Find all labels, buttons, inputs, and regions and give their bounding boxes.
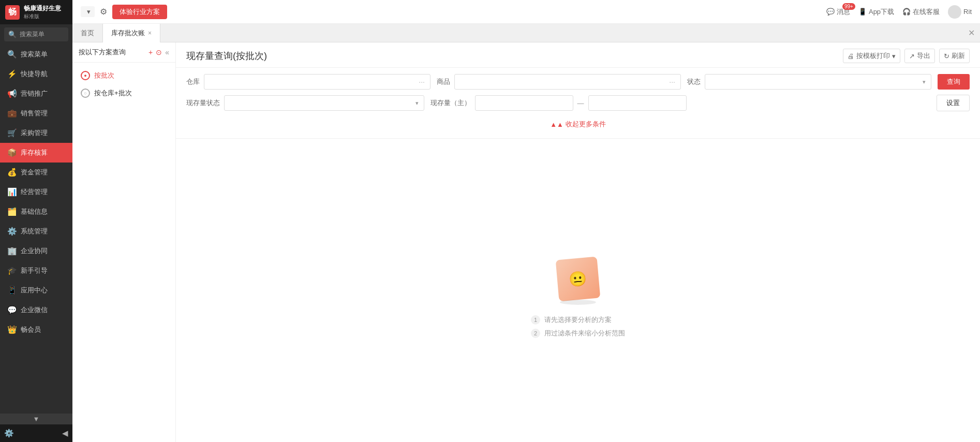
- sidebar-item-label-newbie: 新手引导: [21, 266, 48, 275]
- sidebar-item-basic[interactable]: 🗂️基础信息: [0, 202, 72, 222]
- product-dots[interactable]: ···: [669, 78, 675, 86]
- empty-state: 😐 1请先选择要分析的方案2用过滤条件来缩小分析范围: [176, 139, 980, 442]
- marketing-icon: 📢: [7, 89, 17, 98]
- online-service-label: 在线客服: [913, 7, 940, 17]
- empty-tip: 2用过滤条件来缩小分析范围: [531, 329, 625, 338]
- sidebar-item-enterprise[interactable]: 🏢企业协同: [0, 241, 72, 261]
- tab-home[interactable]: 首页: [72, 24, 103, 42]
- sidebar-item-label-wechat: 企业微信: [21, 305, 48, 315]
- topbar-dropdown[interactable]: ▾: [81, 6, 95, 17]
- sidebar-item-marketing[interactable]: 📢营销推广: [0, 84, 72, 104]
- page-title: 现存量查询(按批次): [186, 50, 267, 62]
- scheme-item-by-batch[interactable]: ● 按批次: [72, 67, 175, 84]
- settings-button[interactable]: 设置: [937, 95, 970, 111]
- app-title-area: 畅康通好生意 标准版: [24, 4, 61, 20]
- collapse-filter-btn[interactable]: ▲▲ 收起更多条件: [186, 116, 970, 132]
- left-panel-actions: + ⊙ «: [149, 48, 169, 56]
- sidebar-item-label-search: 搜索菜单: [21, 50, 48, 59]
- tip-num: 2: [531, 329, 540, 338]
- inventory-status-label: 现存量状态: [186, 98, 220, 108]
- product-label: 商品: [437, 77, 450, 86]
- topbar-settings-icon[interactable]: ⚙: [100, 7, 107, 17]
- add-scheme-btn[interactable]: +: [149, 48, 153, 56]
- trial-button[interactable]: 体验行业方案: [112, 5, 167, 19]
- empty-tips: 1请先选择要分析的方案2用过滤条件来缩小分析范围: [531, 315, 625, 338]
- sales-icon: 💼: [7, 109, 17, 118]
- inventory-status-select[interactable]: ▾: [224, 95, 424, 111]
- warehouse-dots[interactable]: ···: [419, 78, 425, 86]
- user-menu[interactable]: Rit: [948, 5, 972, 19]
- footer-collapse-icon[interactable]: ◀: [62, 429, 68, 438]
- sidebar-item-member[interactable]: 👑畅会员: [0, 320, 72, 340]
- topbar: ▾ ⚙ 体验行业方案 💬 消息 99+ 📱 App下载 🎧 在线客服 Rit: [72, 0, 980, 24]
- tab-batch-inventory[interactable]: 库存批次账 ×: [103, 24, 160, 42]
- sidebar-item-purchase[interactable]: 🛒采购管理: [0, 123, 72, 143]
- tab-close-icon[interactable]: ×: [148, 30, 152, 37]
- quantity-min-input[interactable]: [475, 95, 573, 111]
- sidebar-item-inventory[interactable]: 📦库存核算: [0, 143, 72, 163]
- scheme-label-batch: 按批次: [94, 71, 114, 80]
- page-header: 现存量查询(按批次) 🖨 按模板打印 ▾ ↗ 导出 ↻ 刷新: [176, 42, 980, 68]
- sidebar-item-appstore[interactable]: 📱应用中心: [0, 281, 72, 300]
- sidebar-item-label-operations: 经营管理: [21, 187, 48, 197]
- messages-btn[interactable]: 💬 消息 99+: [826, 7, 850, 17]
- close-panel-btn[interactable]: ✕: [963, 28, 980, 38]
- sidebar-item-sales[interactable]: 💼销售管理: [0, 104, 72, 123]
- collapse-left-btn[interactable]: «: [165, 48, 169, 56]
- sidebar-item-operations[interactable]: 📊经营管理: [0, 182, 72, 202]
- refresh-btn[interactable]: ↻ 刷新: [939, 49, 970, 63]
- purchase-icon: 🛒: [7, 128, 17, 138]
- sidebar-item-label-quicknav: 快捷导航: [21, 69, 48, 79]
- print-btn[interactable]: 🖨 按模板打印 ▾: [843, 49, 900, 63]
- search-icon: 🔍: [8, 31, 17, 38]
- status-select[interactable]: ▾: [705, 74, 931, 90]
- online-service-btn[interactable]: 🎧 在线客服: [902, 7, 940, 17]
- empty-face-icon: 😐: [568, 270, 588, 288]
- newbie-icon: 🎓: [7, 266, 17, 275]
- print-dropdown-icon: ▾: [892, 52, 896, 60]
- tab-home-label: 首页: [81, 28, 94, 38]
- product-field: 商品 ···: [437, 74, 681, 90]
- sidebar-item-system[interactable]: ⚙️系统管理: [0, 222, 72, 241]
- empty-shadow: [560, 300, 596, 305]
- version-label: 标准版: [24, 13, 61, 20]
- sidebar-scroll-down[interactable]: ▼: [0, 414, 72, 424]
- enterprise-icon: 🏢: [7, 246, 17, 256]
- app-logo: 畅: [5, 5, 20, 20]
- warehouse-field: 仓库 ···: [186, 74, 430, 90]
- sidebar-item-label-system: 系统管理: [21, 227, 48, 236]
- search-menu[interactable]: 🔍 搜索菜单: [4, 27, 68, 41]
- filter-row-1: 仓库 ··· 商品 ··· 状态: [186, 74, 970, 90]
- user-name: Rit: [963, 8, 972, 16]
- company-name: 畅康通好生意: [24, 4, 61, 13]
- page-header-actions: 🖨 按模板打印 ▾ ↗ 导出 ↻ 刷新: [843, 49, 970, 63]
- inv-status-chevron-icon: ▾: [415, 100, 419, 107]
- warehouse-input[interactable]: ···: [204, 74, 430, 90]
- scheme-item-by-warehouse-batch[interactable]: ○ 按仓库+批次: [72, 84, 175, 102]
- scheme-inactive-icon: ○: [81, 89, 90, 98]
- print-icon: 🖨: [848, 52, 854, 60]
- content-area: 按以下方案查询 + ⊙ « ● 按批次 ○ 按仓库+批次: [72, 42, 980, 442]
- sidebar-item-label-purchase: 采购管理: [21, 128, 48, 138]
- inventory-quantity-label: 现存量（主）: [430, 98, 471, 108]
- app-download-btn[interactable]: 📱 App下载: [858, 7, 894, 17]
- sidebar-nav: 🔍搜索菜单⚡快捷导航📢营销推广💼销售管理🛒采购管理📦库存核算💰资金管理📊经营管理…: [0, 45, 72, 414]
- app-download-label: App下载: [869, 7, 894, 17]
- scheme-settings-btn[interactable]: ⊙: [156, 48, 162, 56]
- sidebar-item-newbie[interactable]: 🎓新手引导: [0, 261, 72, 281]
- sidebar-item-wechat[interactable]: 💬企业微信: [0, 300, 72, 320]
- export-btn[interactable]: ↗ 导出: [904, 49, 935, 63]
- operations-icon: 📊: [7, 187, 17, 197]
- left-panel: 按以下方案查询 + ⊙ « ● 按批次 ○ 按仓库+批次: [72, 42, 176, 442]
- sidebar-item-finance[interactable]: 💰资金管理: [0, 163, 72, 182]
- quantity-max-input[interactable]: [588, 95, 687, 111]
- status-chevron-icon: ▾: [923, 79, 926, 85]
- footer-settings-icon[interactable]: ⚙️: [4, 429, 14, 438]
- sidebar-item-quicknav[interactable]: ⚡快捷导航: [0, 64, 72, 84]
- filter-row-2: 现存量状态 ▾ 现存量（主） —: [186, 95, 970, 111]
- product-input[interactable]: ···: [454, 74, 681, 90]
- sidebar-item-search[interactable]: 🔍搜索菜单: [0, 45, 72, 64]
- collapse-label: 收起更多条件: [566, 120, 606, 129]
- sidebar-item-label-sales: 销售管理: [21, 109, 48, 118]
- query-button[interactable]: 查询: [938, 74, 970, 90]
